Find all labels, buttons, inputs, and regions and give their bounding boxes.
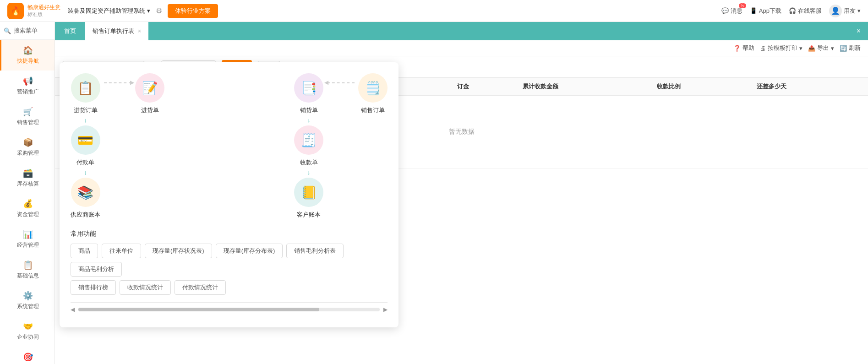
flow-sales-bill-col: 📑 销货单 ↓ 🧾 收款单 ↓ [294, 73, 323, 219]
guide-icon: 🎯 [23, 352, 33, 362]
purchase-order-icon: 📋 [71, 73, 100, 103]
sidebar-item-system[interactable]: ⚙️ 系统管理 [0, 285, 55, 316]
col-deposit: 订金 [452, 78, 517, 96]
flow-node-customer[interactable]: 📒 客户账本 [294, 178, 323, 219]
sidebar-item-guide[interactable]: 🎯 新手引导 [0, 347, 55, 364]
sidebar-item-marketing[interactable]: 📢 营销推广 [0, 71, 55, 101]
online-service-button[interactable]: 🎧 在线客服 [789, 7, 822, 15]
marketing-icon: 📢 [23, 76, 33, 86]
flow-diagram: 📋 进货订单 ↓ 💳 付款单 ↓ [71, 73, 388, 219]
payment-icon: 💳 [71, 125, 100, 155]
flow-purchase-bill-col: 📝 进货单 [135, 73, 164, 114]
refresh-icon: 🔄 [840, 45, 847, 52]
search-icon: 🔍 [4, 27, 11, 34]
trial-button[interactable]: 体验行业方案 [168, 4, 218, 18]
sidebar-item-inventory[interactable]: 🗃️ 库存核算 [0, 163, 55, 193]
export-chevron-icon: ▾ [831, 45, 834, 52]
function-buttons-row1: 商品 往来单位 现存量(库存状况表) 现存量(库存分布表) 销售毛利分析表 商品… [71, 244, 388, 277]
scroll-track[interactable] [78, 308, 380, 311]
arrow-down-1: ↓ [84, 114, 87, 125]
flow-node-sales-bill[interactable]: 📑 销货单 [294, 73, 323, 114]
top-bar: 🔥 畅康通好生意 标准版 装备及固定资产辅助管理系统 ▾ ⚙ 体验行业方案 💬 … [0, 0, 868, 22]
logo-text: 畅康通好生意 标准版 [27, 4, 60, 18]
finance-icon: 💰 [23, 199, 33, 209]
export-icon: 📤 [808, 45, 815, 52]
system-title-select[interactable]: 装备及固定资产辅助管理系统 ▾ [68, 7, 150, 15]
app-download-button[interactable]: 📱 App下载 [750, 7, 781, 15]
arrow-down-2: ↓ [84, 167, 87, 178]
flow-node-payment[interactable]: 💳 付款单 [71, 125, 100, 167]
tab-close-icon[interactable]: × [138, 28, 141, 34]
sidebar-item-enterprise[interactable]: 🤝 企业协同 [0, 316, 55, 347]
chevron-down-icon: ▾ [147, 7, 150, 14]
flow-node-supplier[interactable]: 📚 供应商账本 [71, 178, 100, 219]
scroll-right-icon[interactable]: ▶ [383, 306, 388, 313]
download-icon: 📱 [750, 7, 757, 14]
quick-nav-popup: 📋 进货订单 ↓ 💳 付款单 ↓ [60, 62, 399, 327]
tab-home[interactable]: 首页 [55, 22, 85, 40]
message-badge: 5 [739, 3, 746, 8]
refresh-button[interactable]: 🔄 刷新 [840, 44, 861, 52]
user-chevron-icon: ▾ [857, 7, 861, 14]
avatar: 👤 [829, 5, 842, 17]
fn-contacts-btn[interactable]: 往来单位 [102, 244, 141, 258]
fn-receipt-stats-btn[interactable]: 收款情况统计 [120, 280, 171, 295]
scroll-thumb [78, 308, 319, 311]
sidebar-item-label: 采购管理 [17, 149, 39, 157]
main-layout: 🔍 搜索菜单 🏠 快捷导航 📢 营销推广 🛒 销售管理 📦 采购管理 [0, 22, 868, 364]
operations-icon: 📊 [23, 229, 33, 239]
tab-sales-order[interactable]: 销售订单执行表 × [85, 22, 148, 40]
purchase-icon: 📦 [23, 137, 33, 147]
common-functions-title: 常用功能 [71, 230, 388, 238]
template-print-button[interactable]: 🖨 按模板打印 ▾ [760, 44, 802, 52]
sidebar-item-label: 企业协同 [17, 333, 39, 341]
fn-payment-stats-btn[interactable]: 付款情况统计 [175, 280, 226, 295]
fn-product-btn[interactable]: 商品 [71, 244, 98, 258]
enterprise-icon: 🤝 [23, 321, 33, 331]
col-received-ratio: 收款比例 [651, 78, 751, 96]
export-button[interactable]: 📤 导出 ▾ [808, 44, 834, 52]
tab-bar: 首页 销售订单执行表 × × [55, 22, 868, 40]
purchase-bill-icon: 📝 [135, 73, 164, 103]
system-icon: ⚙️ [23, 291, 33, 301]
sales-icon: 🛒 [23, 107, 33, 117]
tab-bar-close-button[interactable]: × [849, 27, 868, 35]
flow-node-receipt[interactable]: 🧾 收款单 [294, 125, 323, 167]
sidebar-item-quick-nav[interactable]: 🏠 快捷导航 [0, 40, 55, 71]
toolbar: ❓ 帮助 🖨 按模板打印 ▾ 📤 导出 ▾ 🔄 刷新 [55, 40, 868, 56]
sidebar-item-finance[interactable]: 💰 资金管理 [0, 193, 55, 224]
arrow-h-1: ▶ [100, 82, 135, 83]
sidebar-item-label: 系统管理 [17, 303, 39, 310]
search-menu-button[interactable]: 🔍 搜索菜单 [4, 27, 51, 35]
supplier-icon: 📚 [71, 178, 100, 207]
sidebar-search[interactable]: 🔍 搜索菜单 [0, 22, 55, 40]
sidebar-item-base-info[interactable]: 📋 基础信息 [0, 255, 55, 285]
receipt-icon: 🧾 [294, 125, 323, 155]
sidebar-item-sales[interactable]: 🛒 销售管理 [0, 101, 55, 132]
fn-product-profit-btn[interactable]: 商品毛利分析 [71, 262, 122, 277]
sales-order-icon: 🗒️ [358, 73, 388, 103]
sidebar-item-label: 营销推广 [17, 88, 39, 96]
print-icon: 🖨 [760, 45, 766, 52]
scroll-left-icon[interactable]: ◀ [71, 306, 75, 313]
sidebar-item-label: 资金管理 [17, 211, 39, 218]
sidebar-item-label: 销售管理 [17, 119, 39, 126]
flow-node-purchase-order[interactable]: 📋 进货订单 [71, 73, 100, 114]
sidebar-item-label: 经营管理 [17, 241, 39, 249]
message-icon: 💬 [721, 7, 729, 14]
fn-sales-rank-btn[interactable]: 销售排行榜 [71, 280, 116, 295]
message-button[interactable]: 💬 消息 5 [721, 7, 742, 15]
fn-stock-status-btn[interactable]: 现存量(库存状况表) [145, 244, 212, 258]
col-total-received: 累计收款金额 [517, 78, 651, 96]
sidebar-item-purchase[interactable]: 📦 采购管理 [0, 132, 55, 163]
help-button[interactable]: ❓ 帮助 [733, 44, 754, 52]
settings-icon[interactable]: ⚙ [156, 6, 162, 15]
user-menu[interactable]: 👤 用友 ▾ [829, 5, 861, 17]
arrow-down-3: ↓ [307, 114, 311, 125]
fn-stock-dist-btn[interactable]: 现存量(库存分布表) [216, 244, 283, 258]
flow-node-purchase-bill[interactable]: 📝 进货单 [135, 73, 164, 114]
fn-sales-profit-btn[interactable]: 销售毛利分析表 [286, 244, 344, 258]
sidebar: 🔍 搜索菜单 🏠 快捷导航 📢 营销推广 🛒 销售管理 📦 采购管理 [0, 22, 55, 364]
flow-node-sales-order[interactable]: 🗒️ 销售订单 [358, 73, 388, 114]
sidebar-item-operations[interactable]: 📊 经营管理 [0, 224, 55, 255]
